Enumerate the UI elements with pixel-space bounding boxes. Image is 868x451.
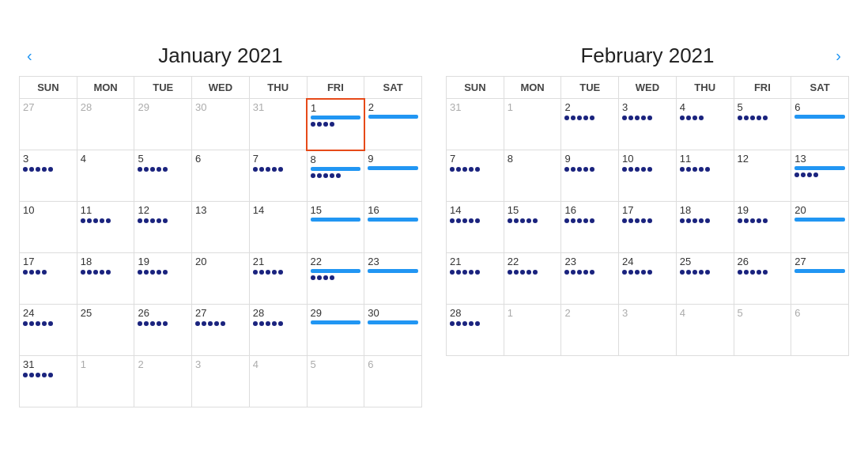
event-dot (590, 116, 594, 120)
calendar-cell[interactable]: 6 (791, 304, 849, 355)
calendar-cell[interactable]: 19 (734, 201, 791, 252)
cell-day-number: 16 (368, 204, 418, 216)
calendar-cell[interactable]: 11 (77, 202, 134, 253)
calendar-cell[interactable]: 5 (307, 356, 364, 407)
calendar-cell[interactable]: 6 (791, 98, 849, 150)
calendar-cell[interactable]: 23 (364, 253, 422, 305)
calendar-cell[interactable]: 10 (619, 150, 677, 201)
calendar-cell[interactable]: 17 (20, 253, 77, 305)
calendar-cell[interactable]: 28 (77, 99, 134, 150)
calendar-cell[interactable]: 5 (734, 98, 791, 150)
calendar-cell[interactable]: 5 (134, 150, 192, 202)
dots-container (253, 167, 304, 172)
prev-month-arrow[interactable]: ‹ (19, 43, 40, 69)
calendar-cell[interactable]: 31 (447, 98, 504, 150)
calendar-cell[interactable]: 27 (192, 305, 250, 356)
calendar-cell[interactable]: 31 (20, 356, 77, 407)
event-dot (526, 270, 531, 275)
dots-container (680, 167, 730, 172)
calendar-cell[interactable]: 2 (134, 356, 192, 407)
calendar-cell[interactable]: 20 (791, 201, 849, 252)
cell-day-number: 24 (622, 256, 673, 267)
calendar-cell[interactable]: 6 (364, 356, 422, 407)
cell-day-number: 21 (253, 256, 304, 267)
calendar-cell[interactable]: 3 (619, 98, 677, 150)
calendar-cell[interactable]: 4 (249, 356, 307, 407)
cell-day-number: 17 (622, 204, 673, 216)
event-dot (705, 218, 710, 223)
calendar-cell[interactable]: 20 (192, 253, 250, 305)
calendar-cell[interactable]: 1 (77, 356, 134, 407)
calendar-cell[interactable]: 14 (249, 202, 307, 253)
calendar-cell[interactable]: 13 (192, 202, 250, 253)
next-month-arrow[interactable]: › (828, 43, 849, 69)
calendar-cell[interactable]: 9 (561, 150, 619, 201)
calendar-cell[interactable]: 17 (619, 201, 677, 252)
calendar-cell[interactable]: 6 (192, 150, 250, 202)
calendar-cell[interactable]: 25 (676, 252, 734, 304)
calendar-cell[interactable]: 27 (791, 252, 849, 304)
calendar-cell[interactable]: 31 (249, 99, 307, 150)
calendar-cell[interactable]: 2 (561, 98, 619, 150)
calendar-cell[interactable]: 8 (504, 150, 561, 201)
calendar-cell[interactable]: 23 (561, 252, 619, 304)
calendar-cell[interactable]: 2 (364, 99, 422, 150)
event-dot (514, 270, 519, 275)
calendar-cell[interactable]: 16 (561, 201, 619, 252)
calendar-cell[interactable]: 4 (676, 304, 734, 355)
calendar-cell[interactable]: 27 (20, 99, 77, 150)
calendar-cell[interactable]: 24 (619, 252, 677, 304)
calendar-cell[interactable]: 30 (192, 99, 250, 150)
event-dot (738, 218, 742, 223)
event-dot (641, 116, 646, 120)
dots-container (622, 218, 673, 223)
calendar-cell[interactable]: 1 (307, 99, 364, 150)
calendar-cell[interactable]: 3 (20, 150, 77, 202)
calendar-cell[interactable]: 11 (676, 150, 734, 201)
event-dot (23, 167, 28, 172)
calendar-cell[interactable]: 7 (249, 150, 307, 202)
event-dot (628, 167, 633, 172)
calendar-cell[interactable]: 22 (307, 253, 364, 305)
calendar-cell[interactable]: 26 (134, 305, 192, 356)
calendar-cell[interactable]: 12 (134, 202, 192, 253)
calendar-cell[interactable]: 8 (307, 150, 364, 202)
calendar-cell[interactable]: 12 (734, 150, 791, 201)
event-dot (647, 270, 652, 275)
calendar-cell[interactable]: 3 (619, 304, 677, 355)
calendar-cell[interactable]: 2 (561, 304, 619, 355)
event-dot (520, 270, 525, 275)
calendar-cell[interactable]: 29 (134, 99, 192, 150)
calendar-cell[interactable]: 18 (77, 253, 134, 305)
event-dot (23, 373, 28, 377)
calendar-cell[interactable]: 14 (447, 201, 504, 252)
calendar-cell[interactable]: 1 (504, 304, 561, 355)
calendar-cell[interactable]: 10 (20, 202, 77, 253)
calendar-cell[interactable]: 25 (77, 305, 134, 356)
cell-day-number: 2 (564, 307, 615, 319)
calendar-cell[interactable]: 4 (77, 150, 134, 202)
calendar-cell[interactable]: 7 (447, 150, 504, 201)
calendar-cell[interactable]: 28 (447, 304, 504, 355)
calendar-cell[interactable]: 15 (504, 201, 561, 252)
calendar-cell[interactable]: 19 (134, 253, 192, 305)
calendar-cell[interactable]: 3 (192, 356, 250, 407)
calendar-cell[interactable]: 18 (676, 201, 734, 252)
calendar-cell[interactable]: 22 (504, 252, 561, 304)
event-dot (686, 167, 691, 172)
calendar-cell[interactable]: 24 (20, 305, 77, 356)
calendar-cell[interactable]: 21 (249, 253, 307, 305)
calendar-cell[interactable]: 5 (734, 304, 791, 355)
calendar-cell[interactable]: 13 (791, 150, 849, 201)
calendar-cell[interactable]: 28 (249, 305, 307, 356)
calendar-cell[interactable]: 16 (364, 202, 422, 253)
calendar-cell[interactable]: 1 (504, 98, 561, 150)
calendar-cell[interactable]: 30 (364, 305, 422, 356)
calendar-cell[interactable]: 4 (676, 98, 734, 150)
calendar-cell[interactable]: 9 (364, 150, 422, 202)
calendar-cell[interactable]: 29 (307, 305, 364, 356)
calendar-cell[interactable]: 26 (734, 252, 791, 304)
day-header: THU (676, 76, 734, 98)
calendar-cell[interactable]: 21 (447, 252, 504, 304)
calendar-cell[interactable]: 15 (307, 202, 364, 253)
